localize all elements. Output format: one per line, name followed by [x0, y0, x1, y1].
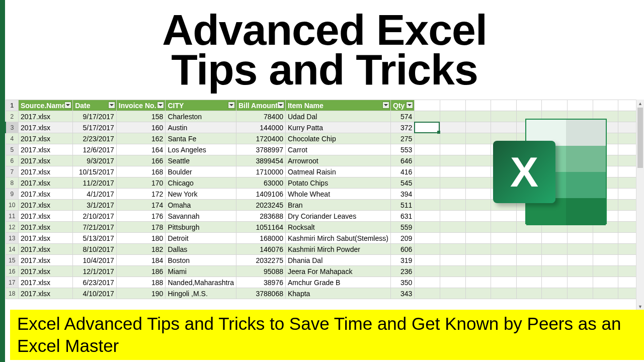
cell-item[interactable]: Kashmiri Mirch Sabut(Stemless) [285, 233, 390, 244]
blank-cell[interactable] [415, 177, 440, 189]
cell-city[interactable]: Dallas [166, 244, 236, 255]
cell-bill[interactable]: 3788997 [236, 144, 285, 155]
blank-cell[interactable] [415, 122, 440, 133]
cell-item[interactable]: Amchur Grade B [285, 277, 390, 288]
blank-cell[interactable] [415, 200, 440, 211]
cell-city[interactable]: Chicago [166, 177, 236, 189]
cell-qty[interactable]: 236 [390, 266, 414, 277]
blank-cell[interactable] [415, 111, 440, 122]
cell-item[interactable]: Whole Wheat [285, 189, 390, 200]
row-number[interactable]: 12 [6, 222, 18, 233]
blank-cell[interactable] [593, 255, 618, 266]
column-header-src[interactable]: Source.Name [18, 100, 72, 111]
blank-column-header[interactable] [465, 100, 491, 111]
cell-inv[interactable]: 190 [116, 288, 166, 299]
blank-cell[interactable] [465, 277, 491, 288]
blank-cell[interactable] [516, 233, 542, 244]
row-number[interactable]: 5 [6, 144, 18, 155]
blank-cell[interactable] [593, 233, 618, 244]
blank-cell[interactable] [568, 233, 593, 244]
cell-bill[interactable]: 146076 [236, 244, 285, 255]
cell-city[interactable]: Nanded,Maharashtra [166, 277, 236, 288]
blank-cell[interactable] [465, 177, 491, 189]
blank-cell[interactable] [542, 288, 568, 299]
cell-src[interactable]: 2017.xlsx [18, 177, 72, 189]
blank-cell[interactable] [415, 155, 440, 166]
filter-icon[interactable] [382, 102, 389, 109]
cell-qty[interactable]: 646 [390, 155, 414, 166]
column-header-item[interactable]: Item Name [285, 100, 390, 111]
cell-src[interactable]: 2017.xlsx [18, 166, 72, 177]
cell-item[interactable]: Arrowroot [285, 155, 390, 166]
cell-date[interactable]: 8/10/2017 [73, 244, 117, 255]
cell-qty[interactable]: 545 [390, 177, 414, 189]
blank-column-header[interactable] [593, 100, 618, 111]
blank-column-header[interactable] [516, 100, 542, 111]
cell-city[interactable]: New York [166, 189, 236, 200]
blank-cell[interactable] [440, 177, 465, 189]
blank-cell[interactable] [440, 155, 465, 166]
table-row[interactable]: 182017.xlsx4/10/2017190Hingoli ,M.S.3788… [6, 288, 644, 299]
cell-src[interactable]: 2017.xlsx [18, 255, 72, 266]
blank-column-header[interactable] [415, 100, 440, 111]
blank-cell[interactable] [516, 255, 542, 266]
cell-date[interactable]: 6/23/2017 [73, 277, 117, 288]
blank-cell[interactable] [440, 277, 465, 288]
cell-item[interactable]: Rocksalt [285, 222, 390, 233]
blank-cell[interactable] [415, 189, 440, 200]
cell-bill[interactable]: 1720400 [236, 133, 285, 144]
filter-icon[interactable] [406, 102, 413, 109]
blank-cell[interactable] [440, 244, 465, 255]
cell-bill[interactable]: 168000 [236, 233, 285, 244]
blank-cell[interactable] [568, 266, 593, 277]
row-number[interactable]: 2 [6, 111, 18, 122]
blank-cell[interactable] [465, 233, 491, 244]
blank-cell[interactable] [415, 133, 440, 144]
blank-cell[interactable] [465, 266, 491, 277]
blank-cell[interactable] [516, 244, 542, 255]
cell-date[interactable]: 4/10/2017 [73, 288, 117, 299]
cell-date[interactable]: 9/17/2017 [73, 111, 117, 122]
blank-cell[interactable] [415, 222, 440, 233]
cell-bill[interactable]: 95088 [236, 266, 285, 277]
row-number[interactable]: 13 [6, 233, 18, 244]
column-header-bill[interactable]: Bill Amount [236, 100, 285, 111]
row-number[interactable]: 7 [6, 166, 18, 177]
cell-inv[interactable]: 164 [116, 144, 166, 155]
blank-cell[interactable] [465, 200, 491, 211]
column-header-inv[interactable]: Invoice No. [116, 100, 166, 111]
row-number[interactable]: 6 [6, 155, 18, 166]
blank-cell[interactable] [593, 266, 618, 277]
cell-inv[interactable]: 162 [116, 133, 166, 144]
cell-inv[interactable]: 166 [116, 155, 166, 166]
cell-inv[interactable]: 172 [116, 189, 166, 200]
blank-cell[interactable] [465, 222, 491, 233]
cell-item[interactable]: Bran [285, 200, 390, 211]
cell-date[interactable]: 12/1/2017 [73, 266, 117, 277]
column-header-qty[interactable]: Qty [390, 100, 414, 111]
cell-qty[interactable]: 394 [390, 189, 414, 200]
blank-cell[interactable] [465, 244, 491, 255]
cell-city[interactable]: Hingoli ,M.S. [166, 288, 236, 299]
blank-cell[interactable] [440, 288, 465, 299]
cell-src[interactable]: 2017.xlsx [18, 266, 72, 277]
cell-src[interactable]: 2017.xlsx [18, 144, 72, 155]
cell-inv[interactable]: 174 [116, 200, 166, 211]
cell-src[interactable]: 2017.xlsx [18, 233, 72, 244]
cell-qty[interactable]: 574 [390, 111, 414, 122]
cell-date[interactable]: 10/4/2017 [73, 255, 117, 266]
blank-cell[interactable] [415, 144, 440, 155]
cell-qty[interactable]: 343 [390, 288, 414, 299]
blank-column-header[interactable] [542, 100, 568, 111]
blank-cell[interactable] [542, 255, 568, 266]
cell-item[interactable]: Khapta [285, 288, 390, 299]
cell-inv[interactable]: 178 [116, 222, 166, 233]
table-row[interactable]: 152017.xlsx10/4/2017184Boston2032275Dhan… [6, 255, 644, 266]
row-header-1[interactable]: 1 [6, 100, 18, 111]
table-row[interactable]: 142017.xlsx8/10/2017182Dallas146076Kashm… [6, 244, 644, 255]
blank-cell[interactable] [440, 200, 465, 211]
cell-qty[interactable]: 350 [390, 277, 414, 288]
cell-city[interactable]: Miami [166, 266, 236, 277]
cell-date[interactable]: 3/1/2017 [73, 200, 117, 211]
cell-inv[interactable]: 182 [116, 244, 166, 255]
